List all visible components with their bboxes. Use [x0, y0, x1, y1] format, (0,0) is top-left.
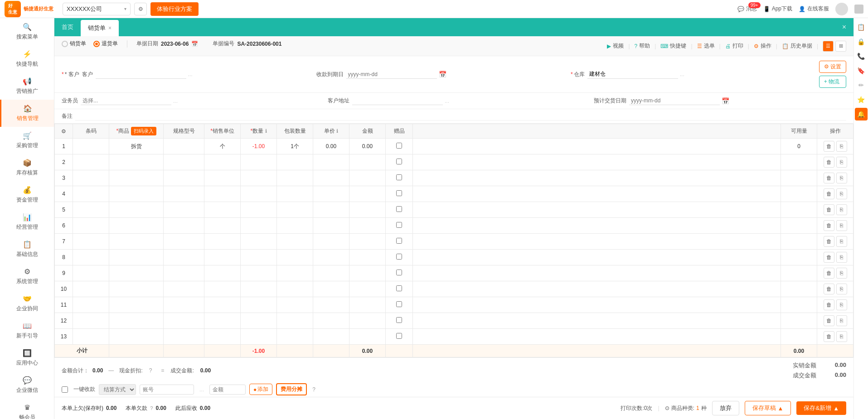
message-button[interactable]: 💬 消息 99+	[737, 5, 757, 13]
delete-row-btn[interactable]: 🗑	[824, 252, 834, 263]
help-btn[interactable]: ? 帮助	[635, 42, 650, 50]
save-new-button[interactable]: 保存&新增 ▲	[796, 401, 846, 415]
copy-row-btn[interactable]: ⎘	[836, 315, 847, 326]
row-spec[interactable]	[164, 139, 204, 154]
salesperson-input[interactable]	[81, 96, 171, 105]
app-download-button[interactable]: 📱 App下载	[763, 5, 792, 13]
list-view-btn[interactable]: ☰	[823, 41, 834, 52]
row-pack-qty[interactable]: 1个	[277, 139, 313, 154]
logistics-button[interactable]: + 物流	[819, 76, 846, 88]
warehouse-input[interactable]	[587, 70, 678, 79]
calendar-icon[interactable]: 📅	[191, 41, 198, 47]
tab-home[interactable]: 首页	[54, 18, 81, 36]
sidebar-item-finance[interactable]: 💰 资金管理	[0, 181, 54, 208]
amount-input[interactable]	[209, 385, 246, 395]
sidebar-item-app-center[interactable]: 🔲 应用中心	[0, 344, 54, 371]
th-settings[interactable]: ⚙	[55, 124, 73, 139]
account-input[interactable]	[140, 385, 194, 395]
discard-button[interactable]: 放弃	[712, 401, 739, 415]
settings-button[interactable]: ⚙ 设置	[819, 61, 846, 73]
sidebar-item-purchase[interactable]: 🛒 采购管理	[0, 127, 54, 154]
copy-row-btn[interactable]: ⎘	[836, 252, 847, 263]
sidebar-item-operations[interactable]: 📊 经营管理	[0, 208, 54, 236]
row-product[interactable]: 拆货	[109, 139, 164, 154]
operation-btn[interactable]: ⚙ 操作	[754, 42, 771, 50]
copy-row-btn[interactable]: ⎘	[836, 188, 847, 199]
customer-address-input[interactable]	[352, 96, 443, 105]
discount-info-icon[interactable]: ?	[149, 367, 152, 374]
tab-close-icon[interactable]: ×	[108, 25, 112, 31]
row-amount[interactable]: 0.00	[349, 139, 386, 154]
sidebar-item-guide[interactable]: 📖 新手引导	[0, 317, 54, 344]
settings-icon[interactable]: ⚙	[134, 3, 147, 15]
due-date-input[interactable]	[346, 70, 437, 79]
save-draft-button[interactable]: 保存草稿 ▲	[745, 401, 791, 415]
one-click-payment-checkbox[interactable]	[62, 386, 68, 393]
fee-help-icon[interactable]: ?	[312, 386, 315, 393]
avatar2[interactable]	[854, 5, 863, 14]
copy-row-btn[interactable]: ⎘	[836, 284, 847, 294]
sidebar-item-system[interactable]: ⚙ 系统管理	[0, 263, 54, 290]
right-icon-3[interactable]: 📞	[855, 50, 868, 63]
copy-row-btn[interactable]: ⎘	[836, 220, 847, 231]
delete-row-btn[interactable]: 🗑	[824, 141, 834, 152]
expected-date-calendar-icon[interactable]: 📅	[722, 97, 729, 105]
grid-view-btn[interactable]: ⊞	[835, 41, 846, 52]
sidebar-item-enterprise[interactable]: 🤝 企业协同	[0, 290, 54, 317]
copy-row-btn[interactable]: ⎘	[836, 236, 847, 247]
delete-row-btn[interactable]: 🗑	[824, 173, 834, 183]
row-price[interactable]: 0.00	[313, 139, 349, 154]
copy-row-btn[interactable]: ⎘	[836, 331, 847, 342]
radio-sales-label[interactable]: 销货单	[62, 40, 86, 48]
scan-button[interactable]: 扫码录入	[131, 127, 156, 135]
online-service-button[interactable]: 👤 在线客服	[799, 5, 829, 13]
customer-dots-icon[interactable]: ...	[188, 71, 193, 77]
sidebar-item-member[interactable]: ♛ 畅会员	[0, 399, 54, 419]
history-btn[interactable]: 📋 历史单据	[782, 42, 812, 50]
sidebar-item-basic-info[interactable]: 📋 基础信息	[0, 236, 54, 263]
sidebar-item-quick-nav[interactable]: ⚡ 快捷导航	[0, 45, 54, 72]
radio-return-label[interactable]: 退货单	[93, 40, 118, 48]
payment-method-select[interactable]: 结算方式	[99, 384, 136, 395]
sidebar-item-search[interactable]: 🔍 搜索菜单	[0, 18, 54, 45]
delete-row-btn[interactable]: 🗑	[824, 204, 834, 215]
expected-date-input[interactable]	[629, 96, 720, 105]
due-date-calendar-icon[interactable]: 📅	[439, 71, 446, 78]
copy-row-btn[interactable]: ⎘	[836, 157, 847, 168]
tab-close-main-icon[interactable]: ×	[835, 23, 853, 31]
salesperson-dots-icon[interactable]: ...	[173, 98, 178, 104]
address-dots-icon[interactable]: ...	[445, 98, 449, 104]
row-barcode[interactable]	[73, 139, 109, 154]
shortcuts-btn[interactable]: ⌨ 快捷键	[660, 42, 686, 50]
copy-row-btn[interactable]: ⎘	[836, 141, 847, 152]
delete-row-btn[interactable]: 🗑	[824, 220, 834, 231]
delete-row-btn[interactable]: 🗑	[824, 315, 834, 326]
sidebar-item-inventory[interactable]: 📦 库存核算	[0, 154, 54, 181]
trial-button[interactable]: 体验行业方案	[150, 2, 199, 16]
sidebar-item-marketing[interactable]: 📢 营销推广	[0, 72, 54, 100]
video-btn[interactable]: ▶ 视频	[607, 42, 624, 50]
customer-input[interactable]	[96, 70, 186, 79]
copy-row-btn[interactable]: ⎘	[836, 204, 847, 215]
right-icon-4[interactable]: 🔖	[855, 64, 868, 77]
sidebar-item-sales[interactable]: 🏠 销售管理	[0, 100, 54, 127]
select-btn[interactable]: ☰ 选单	[697, 42, 715, 50]
fee-split-button[interactable]: 费用分摊	[276, 383, 307, 395]
row-qty[interactable]: -1.00	[241, 139, 277, 154]
account-dots-icon[interactable]: ...	[199, 386, 204, 393]
add-payment-button[interactable]: ● 添加	[249, 384, 272, 395]
warehouse-dots-icon[interactable]: ...	[680, 71, 684, 77]
delete-row-btn[interactable]: 🗑	[824, 299, 834, 310]
delete-row-btn[interactable]: 🗑	[824, 157, 834, 168]
right-icon-1[interactable]: 📋	[855, 21, 868, 34]
row-unit[interactable]: 个	[204, 139, 241, 154]
row-gift[interactable]	[386, 139, 413, 154]
copy-row-btn[interactable]: ⎘	[836, 173, 847, 183]
delete-row-btn[interactable]: 🗑	[824, 188, 834, 199]
delete-row-btn[interactable]: 🗑	[824, 268, 834, 279]
right-icon-5[interactable]: ✏	[855, 79, 868, 92]
right-icon-6[interactable]: ⭐	[855, 93, 868, 106]
sidebar-item-wechat[interactable]: 💬 企业微信	[0, 371, 54, 399]
company-selector[interactable]: XXXXXX公司 ▾	[63, 3, 131, 15]
avatar[interactable]	[835, 3, 848, 15]
